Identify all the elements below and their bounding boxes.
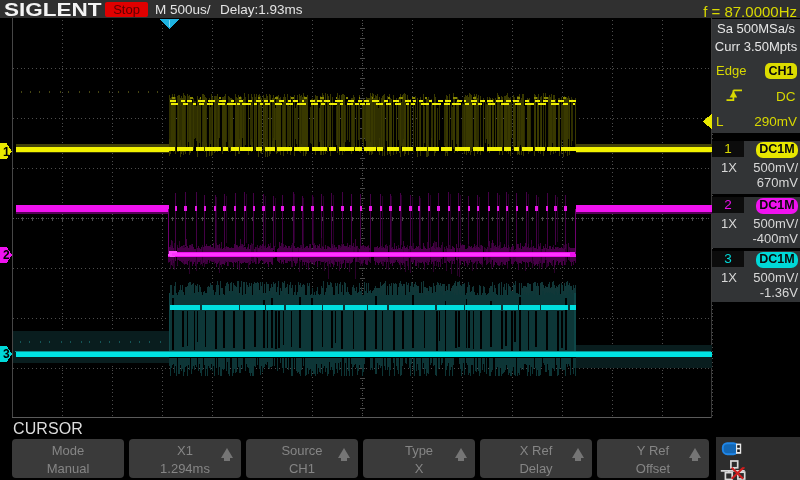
svg-text:2: 2 <box>3 248 10 262</box>
svg-text:3: 3 <box>3 347 10 361</box>
svg-text:1: 1 <box>3 145 10 159</box>
